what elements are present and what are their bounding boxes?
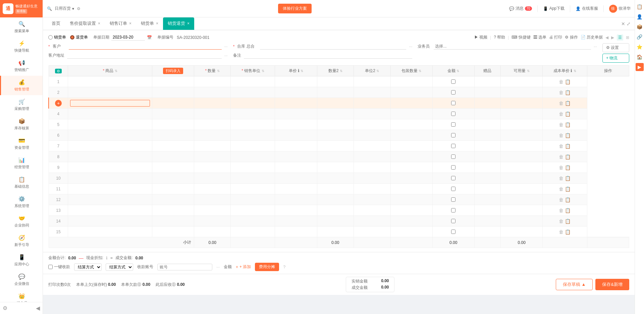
row-12-unit2[interactable] xyxy=(317,194,354,205)
delete-icon-3[interactable]: 🗑 xyxy=(559,101,564,106)
row-1-amount[interactable] xyxy=(390,76,432,87)
tab-expand-btn[interactable]: ⤢ xyxy=(627,21,631,26)
gift-checkbox-2[interactable] xyxy=(451,90,455,95)
row-11-qty2[interactable] xyxy=(275,184,317,194)
gift-checkbox-5[interactable] xyxy=(451,122,455,127)
close-sales-delivery-icon[interactable]: × xyxy=(156,21,158,26)
row-4-cost[interactable] xyxy=(501,109,543,119)
copy-icon-14[interactable]: 📋 xyxy=(565,218,571,224)
copy-icon-6[interactable]: 📋 xyxy=(565,133,571,138)
video-btn[interactable]: ▶ 视频 xyxy=(474,35,487,40)
copy-icon-2[interactable]: 📋 xyxy=(565,90,571,95)
col-amount-sort[interactable]: ⇅ xyxy=(457,69,459,73)
row-12-price[interactable] xyxy=(231,194,275,205)
row-8-product[interactable] xyxy=(68,151,152,162)
sidebar-item-marketing[interactable]: 📢 营销推广 xyxy=(0,56,43,76)
row-6-unit[interactable] xyxy=(194,130,231,141)
col-unit-sort[interactable]: ⇅ xyxy=(262,69,264,73)
row-1-unit[interactable] xyxy=(194,76,231,87)
row-10-cost[interactable] xyxy=(501,173,543,184)
onepay-label[interactable]: 一键收款 xyxy=(48,264,70,270)
sidebar-item-appstore[interactable]: 📱 应用中心 xyxy=(0,251,43,270)
row-5-price[interactable] xyxy=(231,119,275,130)
row-15-cost[interactable] xyxy=(501,227,543,237)
row-3-product[interactable] xyxy=(68,98,152,109)
row-6-qty2[interactable] xyxy=(275,130,317,141)
gift-checkbox-8[interactable] xyxy=(451,154,455,159)
product-input-3[interactable] xyxy=(70,100,150,107)
collapse-icon[interactable]: ◀ xyxy=(36,305,40,311)
sidebar-item-search[interactable]: 🔍 搜索菜单 xyxy=(0,17,43,37)
tab-sales-delivery[interactable]: 销货单 × xyxy=(136,17,163,30)
row-8-qty[interactable] xyxy=(152,151,194,162)
topbar-gear[interactable]: ⚙ xyxy=(77,6,80,11)
row-13-available[interactable] xyxy=(474,205,500,216)
delete-icon-1[interactable]: 🗑 xyxy=(559,79,564,84)
row-10-qty2[interactable] xyxy=(275,173,317,184)
row-10-amount[interactable] xyxy=(390,173,432,184)
row-12-available[interactable] xyxy=(474,194,500,205)
app-download-btn[interactable]: 📱 App下载 xyxy=(543,6,565,11)
row-15-product[interactable] xyxy=(68,227,152,237)
row-6-available[interactable] xyxy=(474,130,500,141)
expense-split-btn[interactable]: 费用分摊 xyxy=(255,263,279,271)
delivery-radio-input[interactable] xyxy=(48,35,53,40)
date-input[interactable] xyxy=(111,34,145,41)
row-9-available[interactable] xyxy=(474,162,500,173)
sidebar-item-inventory[interactable]: 📦 库存核算 xyxy=(0,115,43,134)
delete-icon-4[interactable]: 🗑 xyxy=(559,111,564,117)
row-14-pack-qty[interactable] xyxy=(354,216,391,227)
col-pack-sort[interactable]: ⇅ xyxy=(419,69,421,73)
delete-icon-15[interactable]: 🗑 xyxy=(559,229,564,235)
sidebar-item-sales[interactable]: 💰 销售管理 xyxy=(0,76,43,95)
row-1-pack-qty[interactable] xyxy=(354,76,391,87)
row-2-unit[interactable] xyxy=(194,87,231,98)
account-dots[interactable]: ··· xyxy=(216,265,220,269)
row-2-qty[interactable] xyxy=(152,87,194,98)
gift-checkbox-4[interactable] xyxy=(451,112,455,116)
sidebar-item-wechat[interactable]: 💬 企业微信 xyxy=(0,270,43,290)
row-3-qty2[interactable] xyxy=(275,98,317,109)
sidebar-item-quicknav[interactable]: ⚡ 快捷导航 xyxy=(0,37,43,56)
row-7-price[interactable] xyxy=(231,141,275,151)
copy-icon-1[interactable]: 📋 xyxy=(565,79,571,84)
row-10-price[interactable] xyxy=(231,173,275,184)
add-btn[interactable]: + + 添加 xyxy=(236,264,251,270)
row-7-cost[interactable] xyxy=(501,141,543,151)
gift-checkbox-1[interactable] xyxy=(451,79,455,84)
row-2-available[interactable] xyxy=(474,87,500,98)
row-12-cost[interactable] xyxy=(501,194,543,205)
row-11-price[interactable] xyxy=(231,184,275,194)
staff-dots[interactable]: ··· xyxy=(594,44,597,49)
row-3-available[interactable] xyxy=(474,98,500,109)
row-11-qty[interactable] xyxy=(152,184,194,194)
row-10-available[interactable] xyxy=(474,173,500,184)
row-1-product[interactable] xyxy=(68,76,152,87)
row-9-unit2[interactable] xyxy=(317,162,354,173)
row-9-price[interactable] xyxy=(231,162,275,173)
row-6-amount[interactable] xyxy=(390,130,432,141)
row-4-qty[interactable] xyxy=(152,109,194,119)
row-5-cost[interactable] xyxy=(501,119,543,130)
sidebar-item-basic[interactable]: 📋 基础信息 xyxy=(0,173,43,192)
row-7-available[interactable] xyxy=(474,141,500,151)
row-13-product[interactable] xyxy=(68,205,152,216)
online-service-btn[interactable]: 👤 在线客服 xyxy=(576,6,598,11)
right-panel-icon-6[interactable]: 🏠 xyxy=(636,53,644,61)
delete-icon-9[interactable]: 🗑 xyxy=(559,165,564,170)
col-qty-sort[interactable]: ⇅ xyxy=(217,69,220,73)
row-7-amount[interactable] xyxy=(390,141,432,151)
right-panel-icon-4[interactable]: 🔗 xyxy=(636,33,644,41)
close-price-setting-icon[interactable]: × xyxy=(98,21,100,26)
settings-icon[interactable]: ⚙ xyxy=(3,305,7,311)
row-3-pack-qty[interactable] xyxy=(354,98,391,109)
col-cost-sort[interactable]: ⇅ xyxy=(574,69,576,73)
delete-icon-12[interactable]: 🗑 xyxy=(559,197,564,202)
row-9-pack-qty[interactable] xyxy=(354,162,391,173)
row-10-unit2[interactable] xyxy=(317,173,354,184)
delete-icon-14[interactable]: 🗑 xyxy=(559,218,564,224)
row-13-unit2[interactable] xyxy=(317,205,354,216)
row-8-qty2[interactable] xyxy=(275,151,317,162)
copy-icon-15[interactable]: 📋 xyxy=(565,229,571,235)
col-qty2-sort[interactable]: ⇅ xyxy=(340,69,342,73)
